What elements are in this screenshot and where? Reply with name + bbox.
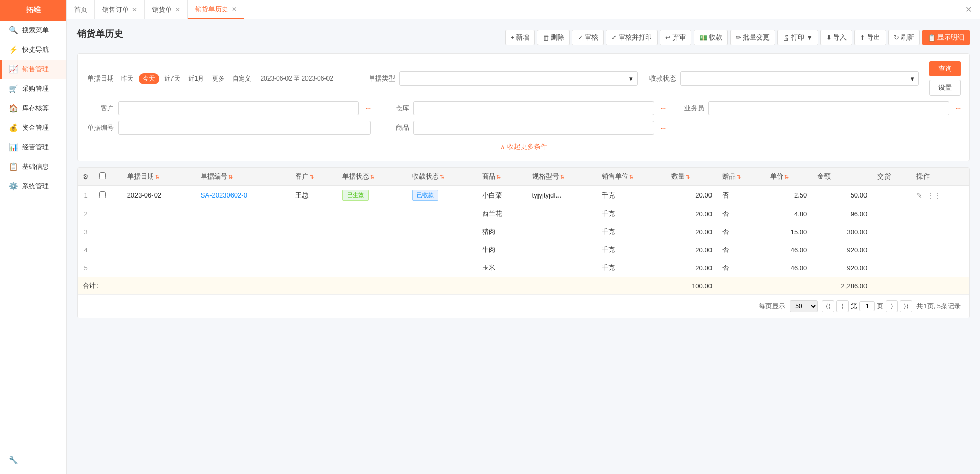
chevron-down-icon-2: ▾ — [911, 75, 914, 83]
shortcut-yesterday[interactable]: 昨天 — [118, 73, 137, 84]
sidebar-item-finance[interactable]: 💰 资金管理 — [0, 118, 66, 137]
show-detail-button[interactable]: 📋 显示明细 — [922, 30, 970, 45]
page-label: 页 — [877, 302, 883, 311]
sort-spec-icon[interactable]: ⇅ — [560, 174, 564, 180]
sort-goods-icon[interactable]: ⇅ — [496, 174, 501, 180]
customer-ellipsis[interactable]: ··· — [365, 105, 371, 112]
row-unit: 千克 — [597, 186, 666, 205]
th-goods: 商品⇅ — [477, 168, 527, 186]
sidebar-item-settings-bottom[interactable]: 🔧 — [0, 450, 66, 470]
print-button[interactable]: 🖨 打印 ▼ — [777, 30, 818, 45]
page-size-label: 每页显示 — [759, 302, 785, 311]
goods-ellipsis[interactable]: ··· — [660, 124, 666, 132]
export-icon: ⬆ — [860, 34, 866, 42]
batch-change-icon: ✏ — [736, 34, 741, 42]
sort-docno-icon[interactable]: ⇅ — [228, 174, 233, 180]
sort-customer-icon[interactable]: ⇅ — [310, 174, 314, 180]
row-goods: 猪肉 — [477, 223, 527, 241]
sidebar-item-operations[interactable]: 📊 经营管理 — [0, 137, 66, 157]
import-button[interactable]: ⬇ 导入 — [820, 30, 852, 45]
th-qty: 数量⇅ — [666, 168, 717, 186]
sidebar-item-inventory[interactable]: 🏠 库存核算 — [0, 98, 66, 118]
sidebar-item-basic[interactable]: 📋 基础信息 — [0, 157, 66, 176]
row-unit: 千克 — [597, 259, 666, 277]
customer-input[interactable] — [118, 101, 359, 115]
tab-sales-delivery-close[interactable]: ✕ — [175, 6, 180, 13]
abandon-button[interactable]: ↩ 弃审 — [660, 30, 691, 45]
batch-change-button[interactable]: ✏ 批量变更 — [730, 30, 775, 45]
last-page-btn[interactable]: ⟩⟩ — [900, 300, 912, 312]
sidebar-item-label: 快捷导航 — [22, 45, 49, 54]
first-page-btn[interactable]: ⟨⟨ — [822, 300, 834, 312]
shortcut-1month[interactable]: 近1月 — [185, 73, 207, 84]
next-page-btn[interactable]: ⟩ — [886, 300, 898, 312]
refresh-button[interactable]: ↻ 刷新 — [888, 30, 920, 45]
sidebar-item-quicknav[interactable]: ⚡ 快捷导航 — [0, 40, 66, 60]
tab-sales-history-close[interactable]: ✕ — [232, 6, 237, 13]
sidebar-item-search[interactable]: 🔍 搜索菜单 — [0, 21, 66, 40]
add-button[interactable]: + 新增 — [505, 30, 535, 45]
row-checkbox[interactable] — [99, 191, 106, 198]
page-number-input[interactable] — [859, 301, 875, 311]
shortcut-custom[interactable]: 自定义 — [229, 73, 254, 84]
sort-qty-icon[interactable]: ⇅ — [686, 174, 690, 180]
payment-status-select[interactable]: ▾ — [680, 71, 919, 86]
sort-date-icon[interactable]: ⇅ — [155, 174, 159, 180]
sort-docstatus-icon[interactable]: ⇅ — [370, 174, 374, 180]
doc-no-link[interactable]: SA-20230602-0 — [201, 191, 247, 199]
filter-group-payment-status: 收款状态 ▾ — [648, 71, 919, 86]
tab-sales-history[interactable]: 销货单历史 ✕ — [188, 0, 244, 19]
sidebar-item-system[interactable]: ⚙️ 系统管理 — [0, 176, 66, 196]
select-all-checkbox[interactable] — [99, 172, 106, 179]
row-doc-status — [337, 223, 407, 241]
chevron-down-icon: ▾ — [629, 75, 633, 83]
row-goods: 玉米 — [477, 259, 527, 277]
delete-button[interactable]: 🗑 删除 — [537, 30, 570, 45]
row-doc-no — [196, 259, 290, 277]
row-num: 2 — [78, 205, 94, 223]
row-num: 5 — [78, 259, 94, 277]
edit-icon[interactable]: ✎ — [916, 191, 923, 200]
tab-bar-close[interactable]: ✕ — [961, 5, 976, 14]
more-icon[interactable]: ⋮⋮ — [927, 191, 941, 200]
shortcut-today[interactable]: 今天 — [139, 73, 159, 84]
audit-button[interactable]: ✓ 审核 — [572, 30, 604, 45]
tab-home[interactable]: 首页 — [67, 0, 95, 19]
sort-paymentstatus-icon[interactable]: ⇅ — [440, 174, 444, 180]
salesperson-ellipsis[interactable]: ··· — [955, 105, 961, 112]
shortcut-7days[interactable]: 近7天 — [161, 73, 183, 84]
prev-page-btn[interactable]: ⟨ — [836, 300, 849, 312]
tab-sales-order-close[interactable]: ✕ — [132, 6, 137, 13]
shortcut-more[interactable]: 更多 — [209, 73, 227, 84]
page-title: 销货单历史 — [77, 28, 123, 40]
summary-empty-2 — [717, 277, 765, 295]
filter-panel: 单据日期 昨天 今天 近7天 近1月 更多 自定义 2023-06-02 至 2… — [77, 53, 970, 161]
doc-type-select[interactable]: ▾ — [399, 71, 638, 86]
setting-button[interactable]: 设置 — [929, 80, 961, 96]
page-size-select[interactable]: 50 100 200 — [790, 300, 818, 312]
tab-sales-order[interactable]: 销售订单 ✕ — [95, 0, 145, 19]
row-num: 3 — [78, 223, 94, 241]
sidebar-item-label: 库存核算 — [22, 104, 49, 113]
sort-gift-icon[interactable]: ⇅ — [737, 174, 741, 180]
collapse-btn[interactable]: ∧ 收起更多条件 — [86, 140, 961, 153]
salesperson-input[interactable] — [708, 101, 949, 115]
sidebar-item-purchase[interactable]: 🛒 采购管理 — [0, 79, 66, 98]
goods-input[interactable] — [413, 121, 654, 135]
sort-unit-icon[interactable]: ⇅ — [629, 174, 633, 180]
sidebar-item-sales[interactable]: 📈 销售管理 — [0, 60, 66, 79]
sort-price-icon[interactable]: ⇅ — [784, 174, 789, 180]
warehouse-input[interactable] — [413, 101, 654, 115]
query-button[interactable]: 查询 — [929, 61, 961, 76]
collapse-arrow-icon: ∧ — [500, 143, 505, 151]
row-date: 2023-06-02 — [122, 186, 196, 205]
collect-button[interactable]: 💵 收款 — [694, 30, 728, 45]
search-icon: 🔍 — [9, 26, 18, 35]
table-settings-th[interactable]: ⚙ — [78, 168, 94, 186]
audit-print-button[interactable]: ✓ 审核并打印 — [606, 30, 658, 45]
tab-sales-delivery[interactable]: 销货单 ✕ — [145, 0, 188, 19]
doc-no-input[interactable] — [118, 121, 371, 135]
export-button[interactable]: ⬆ 导出 — [854, 30, 886, 45]
date-filter-label: 单据日期 — [86, 74, 114, 83]
warehouse-ellipsis[interactable]: ··· — [660, 105, 666, 112]
